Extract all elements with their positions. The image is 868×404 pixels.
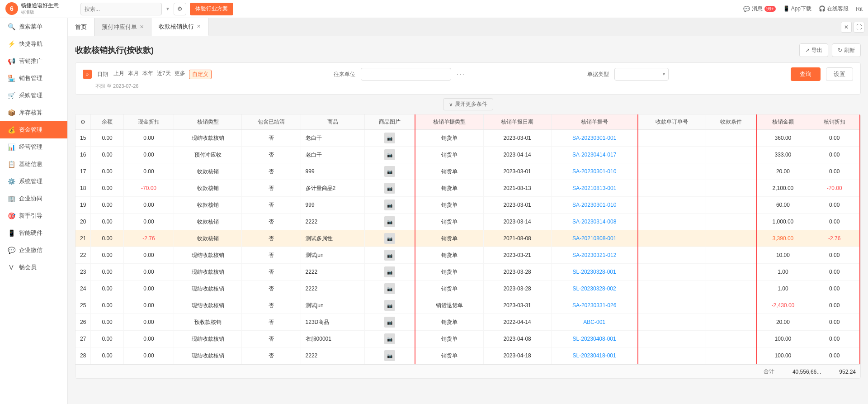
cell-no: 17 — [75, 163, 91, 180]
cell-cancel-amount: 100.00 — [756, 331, 809, 347]
search-dropdown-arrow: ▼ — [165, 6, 170, 11]
gear-button[interactable]: ⚙ — [174, 3, 186, 15]
tab-home[interactable]: 首页 — [68, 18, 94, 36]
date-custom[interactable]: 自定义 — [189, 70, 212, 79]
date-filter-links: 上月 本月 本年 近7天 更多 自定义 — [113, 70, 212, 79]
cancel-no-link[interactable]: SA-20230414-017 — [572, 152, 616, 158]
sidebar-item-inventory[interactable]: 📦 库存核算 — [0, 104, 67, 121]
sidebar-item-purchase[interactable]: 🛒 采购管理 — [0, 87, 67, 104]
sidebar-item-system[interactable]: ⚙️ 系统管理 — [0, 173, 67, 190]
cancel-no-link[interactable]: SA-20230314-008 — [572, 219, 616, 225]
cell-goods-img: 📷 — [364, 347, 415, 364]
cancel-no-link[interactable]: SA-20230301-010 — [572, 202, 616, 208]
cell-goods-img: 📷 — [364, 264, 415, 280]
expand-arrow[interactable]: » — [83, 70, 92, 79]
tab-maximize-button[interactable]: ⛶ — [854, 22, 864, 33]
cell-cancel-type: 预付冲应收 — [174, 147, 242, 163]
expand-conditions-button[interactable]: ∨ 展开更多条件 — [443, 98, 493, 110]
table-footer: 合计 40,556,66... 952.24 — [75, 364, 860, 378]
cell-receipt-condition — [706, 130, 756, 147]
app-download[interactable]: 📱 App下载 — [783, 5, 811, 13]
filter-settings-button[interactable]: 设置 — [826, 67, 853, 81]
tab-receipt-cancel[interactable]: 收款核销执行 ✕ — [151, 18, 208, 36]
cancel-no-link[interactable]: SA-20210808-001 — [572, 235, 616, 242]
page-title: 收款核销执行(按收款) — [75, 45, 154, 56]
cell-cancel-date: 2023-03-14 — [483, 214, 551, 230]
date-last-month[interactable]: 上月 — [113, 70, 124, 79]
online-service[interactable]: 🎧 在线客服 — [819, 5, 849, 13]
cell-cancel-type: 现结收款核销 — [174, 297, 242, 314]
cancel-no-link[interactable]: SA-20210813-001 — [572, 185, 616, 191]
query-button[interactable]: 查询 — [791, 67, 821, 81]
cell-receipt-condition — [706, 247, 756, 264]
cell-include-settled: 否 — [242, 230, 301, 247]
th-cancel-voucher-type: 核销单据类型 — [415, 114, 483, 130]
brand-name: 畅捷通谱好生意 — [21, 2, 59, 9]
sidebar-item-wechat[interactable]: 💬 企业微信 — [0, 242, 67, 259]
cell-goods: 衣服00001 — [301, 331, 364, 347]
tab-receipt-cancel-close[interactable]: ✕ — [197, 24, 201, 29]
cell-goods-img: 📷 — [364, 331, 415, 347]
cell-cancel-amount: 100.00 — [756, 347, 809, 364]
sidebar-item-base-info[interactable]: 📋 基础信息 — [0, 156, 67, 173]
cell-receipt-condition — [706, 297, 756, 314]
counterparty-input[interactable] — [361, 68, 451, 81]
cell-receipt-order-no — [638, 297, 706, 314]
table-row: 24 0.00 0.00 现结收款核销 否 2222 📷 销货单 2023-03… — [75, 280, 860, 297]
table-row: 15 0.00 0.00 现结收款核销 否 老白干 📷 销货单 2023-03-… — [75, 130, 860, 147]
cancel-no-link[interactable]: ABC-001 — [583, 319, 605, 325]
cancel-no-link[interactable]: SL-20230418-001 — [573, 352, 616, 359]
finance-icon: 💰 — [7, 126, 15, 134]
top-search-input[interactable] — [80, 3, 162, 15]
tab-spacer — [208, 18, 837, 36]
sidebar-item-finance[interactable]: 💰 资金管理 — [0, 121, 67, 138]
cancel-no-link[interactable]: SA-20230331-026 — [572, 302, 616, 309]
date-7days[interactable]: 近7天 — [157, 70, 171, 79]
cell-cancel-no: SA-20230314-008 — [551, 214, 638, 230]
cell-receipt-condition — [706, 163, 756, 180]
user-name[interactable]: Rit — [856, 6, 863, 12]
cell-cancel-discount: 0.00 — [809, 280, 860, 297]
industry-button[interactable]: 体验行业方案 — [190, 3, 233, 15]
sidebar-item-search-menu[interactable]: 🔍 搜索菜单 — [0, 18, 67, 35]
cancel-no-link[interactable]: SA-20230301-001 — [572, 135, 616, 141]
cell-cancel-no: ABC-001 — [551, 314, 638, 331]
cell-cancel-no: SA-20230301-001 — [551, 130, 638, 147]
notification-area[interactable]: 💬 消息 99+ — [743, 5, 776, 13]
cancel-no-link[interactable]: SL-20230328-002 — [573, 285, 616, 292]
tab-prepay[interactable]: 预付冲应付单 ✕ — [94, 18, 151, 36]
cancel-no-link[interactable]: SL-20230328-001 — [573, 269, 616, 275]
date-this-month[interactable]: 本月 — [128, 70, 139, 79]
cell-cancel-no: SL-20230408-001 — [551, 331, 638, 347]
sidebar-item-quick-nav[interactable]: ⚡ 快捷导航 — [0, 35, 67, 52]
app-logo: 6 — [5, 2, 18, 15]
cell-goods-img: 📷 — [364, 180, 415, 197]
voucher-type-select[interactable] — [614, 68, 669, 81]
cell-no: 26 — [75, 314, 91, 331]
th-cancel-discount: 核销折扣 — [809, 114, 860, 130]
expand-down-icon: ∨ — [449, 101, 453, 108]
sidebar-item-enterprise[interactable]: 🏢 企业协同 — [0, 190, 67, 207]
logo-area: 6 畅捷通谱好生意 标准版 — [5, 2, 73, 15]
tab-minimize-button[interactable]: ✕ — [841, 22, 852, 33]
cancel-no-link[interactable]: SL-20230408-001 — [573, 336, 616, 342]
sidebar-item-vip[interactable]: V 畅会员 — [0, 259, 67, 276]
cell-balance: 0.00 — [91, 314, 124, 331]
date-more[interactable]: 更多 — [175, 70, 185, 79]
cell-balance: 0.00 — [91, 280, 124, 297]
cell-goods-img: 📷 — [364, 163, 415, 180]
export-button[interactable]: ↗ 导出 — [799, 43, 828, 57]
cell-include-settled: 否 — [242, 180, 301, 197]
sidebar-item-smart-hw[interactable]: 📱 智能硬件 — [0, 224, 67, 242]
sidebar-item-guide[interactable]: 🎯 新手引导 — [0, 207, 67, 224]
cancel-no-link[interactable]: SA-20230301-010 — [572, 168, 616, 175]
refresh-button[interactable]: ↻ 刷新 — [832, 43, 861, 57]
sidebar-item-operation[interactable]: 📊 经营管理 — [0, 138, 67, 156]
cancel-no-link[interactable]: SA-20230321-012 — [572, 252, 616, 258]
th-receipt-condition: 收款条件 — [706, 114, 756, 130]
sidebar-item-sales[interactable]: 🏪 销售管理 — [0, 70, 67, 87]
sidebar-item-marketing[interactable]: 📢 营销推广 — [0, 52, 67, 70]
date-this-year[interactable]: 本年 — [142, 70, 153, 79]
tab-prepay-close[interactable]: ✕ — [140, 24, 144, 30]
cell-cancel-discount: 0.00 — [809, 197, 860, 214]
